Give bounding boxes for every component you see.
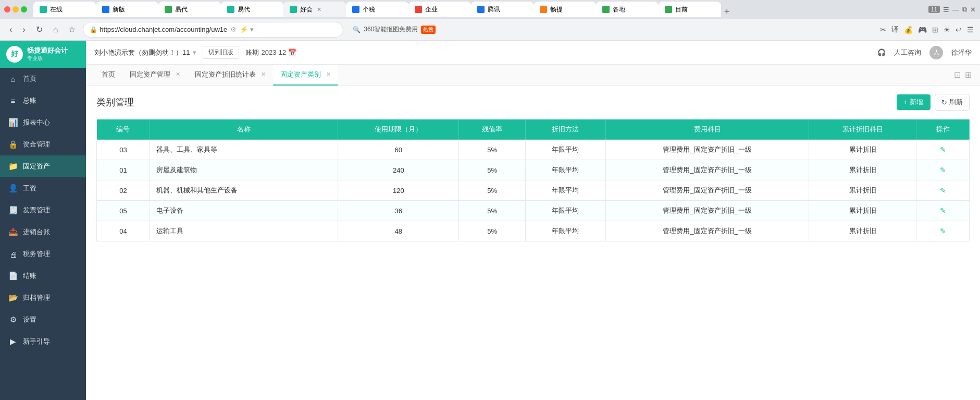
new-tab-button[interactable]: + <box>721 6 733 17</box>
forward-button[interactable]: › <box>19 23 28 37</box>
service-label[interactable]: 人工咨询 <box>894 48 921 57</box>
edit-button-1[interactable]: ✎ <box>940 166 946 174</box>
sidebar-item-checkout[interactable]: 📄 结账 <box>0 265 86 287</box>
menu-icon[interactable]: ☰ <box>967 26 974 34</box>
browser-tab-11[interactable]: 目前 <box>659 2 721 17</box>
browser-tab-2[interactable]: 新版 <box>96 2 158 17</box>
game-icon[interactable]: 🎮 <box>918 26 927 34</box>
browser-tab-5[interactable]: 好会 ✕ <box>283 2 346 17</box>
page-title: 类别管理 <box>96 96 134 108</box>
table-row: 04 运输工具 48 5% 年限平均 管理费用_固定资产折旧_一级 累计折旧 ✎ <box>97 221 970 241</box>
cell-action-4[interactable]: ✎ <box>916 221 970 241</box>
tab-fixed-mgmt[interactable]: 固定资产管理 ✕ <box>122 65 188 86</box>
edit-button-0[interactable]: ✎ <box>940 146 946 154</box>
bookmark-button[interactable]: ☆ <box>65 22 79 37</box>
scissors-icon[interactable]: ✂ <box>880 26 886 34</box>
cell-action-2[interactable]: ✎ <box>916 180 970 201</box>
period-info: 账期 2023-12 📅 <box>245 48 296 57</box>
cell-action-1[interactable]: ✎ <box>916 160 970 180</box>
tab-collapse-button[interactable]: ⊡ <box>954 70 961 80</box>
window-minimize-button[interactable] <box>13 6 19 13</box>
browser-tab-10[interactable]: 各地 <box>596 2 659 17</box>
cell-residual-3: 5% <box>459 201 526 221</box>
dropdown-arrow[interactable]: ▾ <box>193 49 196 56</box>
edit-button-3[interactable]: ✎ <box>940 207 946 215</box>
app-layout: 好 畅捷通好会计 专业版 ⌂ 首页 ≡ 总账 📊 报表中心 🔒 资金管理 📁 固… <box>0 41 980 400</box>
sidebar-item-home[interactable]: ⌂ 首页 <box>0 68 86 90</box>
window-close-icon[interactable]: ✕ <box>970 6 976 14</box>
window-controls[interactable] <box>4 6 27 13</box>
cell-action-3[interactable]: ✎ <box>916 201 970 221</box>
col-residual: 残值率 <box>459 119 526 140</box>
edit-button-4[interactable]: ✎ <box>940 227 946 235</box>
expand-icon[interactable]: ⚡ <box>240 26 248 33</box>
tab-depreciation-close[interactable]: ✕ <box>261 71 266 78</box>
tab-category[interactable]: 固定资产类别 ✕ <box>273 65 338 86</box>
wallet-icon[interactable]: 💰 <box>904 26 913 34</box>
tab-home[interactable]: 首页 <box>94 65 122 86</box>
browser-tab-1[interactable]: 在线 <box>33 2 96 17</box>
cell-name-4: 运输工具 <box>150 221 338 241</box>
grid-icon[interactable]: ⊞ <box>932 26 938 34</box>
sidebar-item-archive[interactable]: 📂 归档管理 <box>0 287 86 309</box>
sidebar-label-stock: 进销台账 <box>23 227 50 237</box>
browser-tab-4[interactable]: 易代 <box>221 2 283 17</box>
tab-depreciation-table[interactable]: 固定资产折旧统计表 ✕ <box>188 65 273 86</box>
search-bar[interactable]: 🔍 360智能抠图免费用 热搜 <box>348 22 876 38</box>
window-menu-icon[interactable]: ☰ <box>943 6 949 14</box>
browser-tab-3[interactable]: 易代 <box>158 2 221 17</box>
translate-icon[interactable]: 译 <box>891 25 899 34</box>
browser-tab-6[interactable]: 个税 <box>346 2 408 17</box>
dropdown-icon[interactable]: ▾ <box>250 26 254 33</box>
reload-button[interactable]: ↻ <box>33 22 46 37</box>
refresh-button[interactable]: ↻ 刷新 <box>935 94 970 111</box>
window-restore-icon[interactable]: ⧉ <box>962 5 967 14</box>
sidebar-item-fund[interactable]: 🔒 资金管理 <box>0 134 86 155</box>
window-minimize-icon[interactable]: — <box>952 6 959 14</box>
add-button[interactable]: + 新增 <box>897 94 931 110</box>
cell-method-1: 年限平均 <box>526 160 606 180</box>
sidebar-item-stock[interactable]: 📥 进销台账 <box>0 221 86 243</box>
sidebar-label-checkout: 结账 <box>23 271 36 281</box>
back-button[interactable]: ‹ <box>6 23 15 37</box>
tab-label-9: 畅提 <box>550 5 563 14</box>
tab-fixed-mgmt-close[interactable]: ✕ <box>176 71 180 78</box>
calendar-icon[interactable]: 📅 <box>288 49 296 56</box>
switch-version-button[interactable]: 切到旧版 <box>203 46 239 59</box>
window-maximize-button[interactable] <box>21 6 27 13</box>
undo-icon[interactable]: ↩ <box>956 26 962 34</box>
sidebar-item-tax[interactable]: 🖨 税务管理 <box>0 243 86 265</box>
cell-expense-0: 管理费用_固定资产折旧_一级 <box>605 140 809 160</box>
sidebar-item-fixed-assets[interactable]: 📁 固定资产 <box>0 155 86 177</box>
cell-name-2: 机器、机械和其他生产设备 <box>150 180 338 201</box>
tab-expand-button[interactable]: ⊞ <box>965 70 972 80</box>
sidebar-item-settings[interactable]: ⚙ 设置 <box>0 309 86 331</box>
cell-number-3: 05 <box>97 201 150 221</box>
home-button[interactable]: ⌂ <box>50 23 61 37</box>
edit-button-2[interactable]: ✎ <box>940 186 946 195</box>
tab-category-close[interactable]: ✕ <box>326 71 331 78</box>
address-bar[interactable]: 🔒 https://cloud.chanjet.com/accounting/u… <box>83 22 343 38</box>
sidebar-item-guide[interactable]: ▶ 新手引导 <box>0 331 86 353</box>
tab-home-label: 首页 <box>102 70 115 79</box>
browser-tab-7[interactable]: 企业 <box>408 2 471 17</box>
browser-tab-8[interactable]: 腾讯 <box>471 2 534 17</box>
sidebar-item-report[interactable]: 📊 报表中心 <box>0 112 86 134</box>
page-header: 类别管理 + 新增 ↻ 刷新 <box>96 94 970 111</box>
col-expense: 费用科目 <box>605 119 809 140</box>
tab-favicon-6 <box>352 6 359 13</box>
cell-number-0: 03 <box>97 140 150 160</box>
browser-tab-5-close[interactable]: ✕ <box>316 6 322 13</box>
tab-label-10: 各地 <box>613 5 625 14</box>
guide-icon: ▶ <box>8 337 18 346</box>
browser-tab-9[interactable]: 畅提 <box>534 2 596 17</box>
sidebar-item-ledger[interactable]: ≡ 总账 <box>0 90 86 112</box>
tab-label-5: 好会 <box>300 5 313 14</box>
site-info-icon[interactable]: ⚙ <box>230 26 237 33</box>
cell-action-0[interactable]: ✎ <box>916 140 970 160</box>
sidebar-item-salary[interactable]: 👤 工资 <box>0 177 86 199</box>
window-close-button[interactable] <box>4 6 10 13</box>
cell-period-2: 120 <box>338 180 459 201</box>
sidebar-item-invoice[interactable]: 🧾 发票管理 <box>0 199 86 221</box>
brightness-icon[interactable]: ☀ <box>944 26 950 34</box>
